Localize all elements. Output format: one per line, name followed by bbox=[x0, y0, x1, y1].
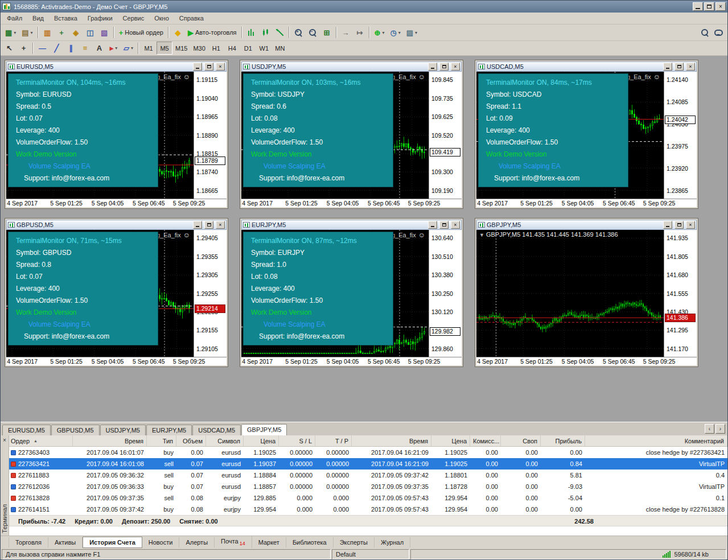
timeframe-m30-button[interactable]: M30 bbox=[190, 42, 208, 55]
chart-restore-button[interactable] bbox=[204, 63, 213, 71]
tab-mailbox[interactable]: Почта14 bbox=[215, 536, 252, 548]
chart-restore-button[interactable] bbox=[439, 221, 449, 229]
channel-button[interactable]: ∥ bbox=[64, 42, 78, 55]
chart-tab-gbpjpy[interactable]: GBPJPY,M5 bbox=[241, 424, 287, 435]
chart-minimize-button[interactable] bbox=[663, 221, 672, 229]
header-col-tp[interactable]: T / P bbox=[315, 435, 352, 446]
menu-file[interactable]: Файл bbox=[2, 13, 27, 23]
history-row-227613828[interactable]: 2276138282017.09.05 09:37:35sell0.08eurj… bbox=[9, 492, 727, 504]
chart-restore-button[interactable] bbox=[674, 221, 684, 229]
chart-tab-usdjpy[interactable]: USDJPY,M5 bbox=[100, 425, 146, 435]
window-close-button[interactable]: × bbox=[715, 2, 726, 11]
chart-minimize-button[interactable] bbox=[193, 63, 202, 71]
tab-assets[interactable]: Активы bbox=[48, 537, 83, 547]
cursor-button[interactable]: ↖ bbox=[2, 42, 17, 55]
chart-minimize-button[interactable] bbox=[663, 63, 672, 71]
header-col-swap[interactable]: Своп bbox=[501, 435, 541, 446]
chart-area-eurjpy[interactable]: 130.640130.510130.380130.250130.120129.9… bbox=[241, 230, 462, 365]
chart-window-titlebar-eurjpy[interactable]: EURJPY,M5× bbox=[241, 220, 462, 230]
chart-area-usdcad[interactable]: 1.241401.240851.240301.239751.239201.238… bbox=[476, 72, 697, 207]
market-watch-button[interactable]: ▥ bbox=[40, 26, 55, 39]
chart-tab-gbpusd[interactable]: GBPUSD,M5 bbox=[51, 425, 100, 435]
header-col-profit[interactable]: Прибыль bbox=[541, 435, 585, 446]
horizontal-line-button[interactable]: — bbox=[35, 42, 50, 55]
chart-plot-gbpjpy[interactable] bbox=[476, 230, 664, 357]
zoom-in-button[interactable]: + bbox=[291, 26, 306, 39]
trendline-button[interactable]: ╱ bbox=[50, 42, 64, 55]
candlestick-chart-button[interactable] bbox=[258, 26, 273, 39]
chart-window-titlebar-usdjpy[interactable]: USDJPY,M5× bbox=[241, 61, 462, 72]
chart-restore-button[interactable] bbox=[204, 221, 213, 229]
header-col-type[interactable]: Тип bbox=[147, 435, 176, 446]
statusbar-profile-selector[interactable]: Default bbox=[332, 549, 409, 559]
chart-area-gbpusd[interactable]: 1.294051.293551.293051.292551.292051.291… bbox=[6, 230, 227, 365]
menu-help[interactable]: Справка bbox=[174, 13, 209, 23]
timeframe-w1-button[interactable]: W1 bbox=[256, 42, 272, 55]
header-col-open-price[interactable]: Цена bbox=[244, 435, 279, 446]
timeframe-m5-button[interactable]: M5 bbox=[157, 42, 172, 55]
header-col-symbol[interactable]: Символ bbox=[206, 435, 244, 446]
menu-insert[interactable]: Вставка bbox=[49, 13, 83, 23]
chart-tab-eurjpy[interactable]: EURJPY,M5 bbox=[146, 425, 192, 435]
window-minimize-button[interactable] bbox=[693, 2, 703, 11]
chart-close-button[interactable]: × bbox=[686, 221, 695, 229]
chart-restore-button[interactable] bbox=[439, 63, 449, 71]
new-chart-button[interactable]: ▦▾ bbox=[2, 26, 19, 39]
tab-alerts[interactable]: Алерты bbox=[179, 537, 215, 547]
chart-close-button[interactable]: × bbox=[686, 63, 695, 71]
chart-window-titlebar-gbpusd[interactable]: GBPUSD,M5× bbox=[6, 220, 227, 230]
chart-area-usdjpy[interactable]: 109.845109.735109.625109.520109.410109.3… bbox=[241, 72, 462, 207]
chart-tabs-scroll-left-button[interactable]: ‹ bbox=[705, 424, 714, 434]
header-col-open-time[interactable]: Время bbox=[73, 435, 147, 446]
chat-button[interactable] bbox=[711, 26, 726, 39]
menu-view[interactable]: Вид bbox=[27, 13, 49, 23]
timeframe-mn-button[interactable]: MN bbox=[272, 42, 288, 55]
profiles-button[interactable]: ▤▾ bbox=[19, 26, 35, 39]
chart-minimize-button[interactable] bbox=[428, 221, 437, 229]
window-restore-button[interactable] bbox=[704, 2, 714, 11]
metaeditor-button[interactable]: ◆ bbox=[171, 26, 185, 39]
timeframe-h4-button[interactable]: H4 bbox=[224, 42, 240, 55]
menu-window[interactable]: Окно bbox=[149, 13, 174, 23]
new-order-button[interactable]: +Новый ордер bbox=[116, 26, 166, 39]
chart-area-eurusd[interactable]: 1.191151.190401.189651.188901.188151.187… bbox=[6, 72, 227, 207]
chart-close-button[interactable]: × bbox=[216, 221, 225, 229]
shapes-button[interactable]: ▱▾ bbox=[121, 42, 136, 55]
chart-restore-button[interactable] bbox=[674, 63, 684, 71]
timeframe-m1-button[interactable]: M1 bbox=[141, 42, 157, 55]
timeframe-d1-button[interactable]: D1 bbox=[240, 42, 256, 55]
templates-button[interactable]: ▨▾ bbox=[404, 26, 420, 39]
strategy-tester-button[interactable]: ▧ bbox=[97, 26, 112, 39]
crosshair-button[interactable]: + bbox=[17, 42, 31, 55]
chart-window-titlebar-gbpjpy[interactable]: GBPJPY,M5× bbox=[476, 220, 697, 230]
chart-close-button[interactable]: × bbox=[451, 63, 460, 71]
menu-service[interactable]: Сервис bbox=[118, 13, 150, 23]
line-chart-button[interactable] bbox=[273, 26, 287, 39]
chart-tabs-scroll-right-button[interactable]: › bbox=[715, 424, 725, 434]
indicators-button[interactable]: ⊕▾ bbox=[372, 26, 388, 39]
chart-close-button[interactable]: × bbox=[216, 63, 225, 71]
header-col-close-time[interactable]: Время bbox=[352, 435, 431, 446]
arrow-label-button[interactable]: ▸▾ bbox=[106, 42, 121, 55]
terminal-close-button[interactable]: × bbox=[3, 438, 6, 443]
timeframe-m15-button[interactable]: M15 bbox=[172, 42, 190, 55]
header-col-commission[interactable]: Комисс... bbox=[470, 435, 501, 446]
tab-account-history[interactable]: История Счета bbox=[83, 537, 142, 548]
terminal-button[interactable]: ◫ bbox=[83, 26, 97, 39]
search-button[interactable] bbox=[697, 26, 711, 39]
zoom-out-button[interactable]: − bbox=[306, 26, 320, 39]
chart-close-button[interactable]: × bbox=[451, 221, 460, 229]
navigator-button[interactable]: ◈ bbox=[69, 26, 83, 39]
fibonacci-button[interactable]: ≡ bbox=[78, 42, 92, 55]
history-row-227611883[interactable]: 2276118832017.09.05 09:36:32sell0.07euru… bbox=[9, 470, 727, 481]
header-col-comment[interactable]: Комментарий bbox=[585, 435, 727, 446]
header-col-order[interactable]: Ордер▲ bbox=[9, 435, 73, 446]
tab-journal[interactable]: Журнал bbox=[375, 537, 410, 547]
chart-minimize-button[interactable] bbox=[428, 63, 437, 71]
menu-charts[interactable]: Графики bbox=[83, 13, 118, 23]
autotrading-button[interactable]: ▶Авто-торговля bbox=[185, 26, 240, 39]
header-col-volume[interactable]: Объем bbox=[176, 435, 206, 446]
chart-window-titlebar-usdcad[interactable]: USDCAD,M5× bbox=[476, 61, 697, 72]
header-col-sl[interactable]: S / L bbox=[279, 435, 315, 446]
timeframe-h1-button[interactable]: H1 bbox=[208, 42, 224, 55]
